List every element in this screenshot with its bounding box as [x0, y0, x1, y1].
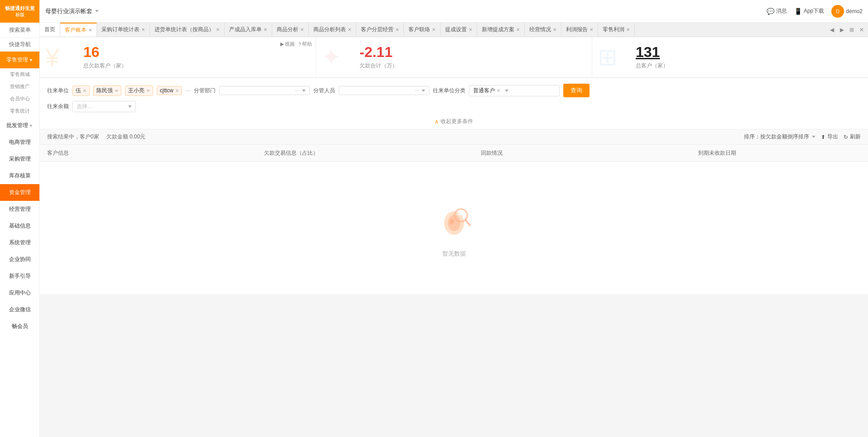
- sidebar-item-finance[interactable]: 资金管理: [0, 184, 39, 201]
- close-icon[interactable]: ✕: [469, 27, 472, 32]
- tabs-prev-btn[interactable]: ◀: [827, 25, 836, 34]
- remove-tag-wang[interactable]: ✕: [146, 88, 150, 93]
- tab-customer-contact[interactable]: 客户联络 ✕: [404, 23, 441, 37]
- close-icon[interactable]: ✕: [590, 27, 593, 32]
- help-btn[interactable]: ? 帮助: [298, 41, 312, 48]
- refresh-btn[interactable]: ↻ 刷新: [844, 133, 861, 141]
- filter-tag-wang[interactable]: 王小亮 ✕: [125, 86, 153, 96]
- tab-goods-analysis-list[interactable]: 商品分析列表 ✕: [309, 23, 356, 37]
- sidebar-item-quicknav[interactable]: 快捷导航: [0, 38, 39, 52]
- close-icon[interactable]: ✕: [553, 27, 556, 32]
- tab-add-commission-label: 新增提成方案: [482, 26, 514, 33]
- tab-customer-tiering-label: 客户分层经营: [361, 26, 393, 33]
- more-tags-btn[interactable]: ···: [186, 87, 190, 94]
- stat-value-customers: 16: [83, 44, 127, 60]
- person-filter-label: 分管人员: [313, 87, 335, 95]
- sidebar-item-collab[interactable]: 企业协同: [0, 251, 39, 268]
- svg-line-3: [465, 220, 470, 225]
- tab-goods-inbound[interactable]: 进货单统计表（按商品） ✕: [150, 23, 225, 37]
- sidebar-item-appcenter[interactable]: 应用中心: [0, 285, 39, 301]
- filter-tag-cjttcw[interactable]: cjttcw ✕: [157, 86, 182, 95]
- account-name: 母婴行业演示帐套: [45, 7, 92, 15]
- tab-retail-profit[interactable]: 零售利润 ✕: [598, 23, 635, 37]
- close-icon[interactable]: ✕: [626, 27, 630, 32]
- filter-tag-wu[interactable]: 伍 ✕: [72, 86, 90, 96]
- col-header-date: 到期未收款日期: [698, 149, 861, 157]
- sidebar-item-marketing[interactable]: 营销推广: [0, 81, 39, 93]
- stat-block-total: ⊞ 131 总客户（家）: [592, 37, 868, 77]
- refresh-icon: ↻: [844, 134, 848, 140]
- sidebar-item-member[interactable]: 畅会员: [0, 318, 39, 335]
- tab-commission-settings-label: 提成设置: [445, 26, 467, 33]
- tabs-expand-btn[interactable]: ⊞: [847, 25, 856, 34]
- remove-tag-cjttcw[interactable]: ✕: [175, 88, 179, 93]
- close-icon[interactable]: ✕: [348, 27, 351, 32]
- sidebar-item-purchase[interactable]: 采购管理: [0, 151, 39, 167]
- filter-row-1: 往来单位 伍 ✕ 陈民强 ✕ 王小亮 ✕ cjttcw ✕ ···: [47, 84, 861, 97]
- stat-info-total: 131 总客户（家）: [636, 44, 668, 70]
- user-profile[interactable]: D demo2: [831, 5, 863, 18]
- tab-commission-settings[interactable]: 提成设置 ✕: [441, 23, 477, 37]
- collapse-btn[interactable]: ∧ 收起更多条件: [47, 116, 861, 127]
- close-icon[interactable]: ✕: [141, 27, 145, 32]
- sidebar-item-inventory[interactable]: 库存核算: [0, 167, 39, 184]
- stat-help-area: ▶ 视频 ? 帮助: [280, 41, 312, 48]
- tab-home-label: 首页: [44, 26, 55, 33]
- dept-select[interactable]: ···: [219, 86, 310, 95]
- person-select-more: ···: [415, 88, 419, 93]
- tab-customer-ledger[interactable]: 客户账本 ✕: [60, 23, 97, 37]
- tab-home[interactable]: 首页: [40, 23, 60, 37]
- tab-goods-analysis[interactable]: 商品分析 ✕: [272, 23, 309, 37]
- sidebar-item-basicinfo[interactable]: 基础信息: [0, 218, 39, 234]
- person-select[interactable]: ···: [339, 86, 429, 95]
- remove-category-normal[interactable]: ✕: [497, 88, 500, 93]
- remove-tag-wu[interactable]: ✕: [83, 88, 86, 93]
- sidebar-item-wholesale[interactable]: 批发管理 ▼: [0, 117, 39, 134]
- sort-select[interactable]: 排序：按欠款金额倒序排序: [744, 133, 815, 141]
- sidebar-item-ecommerce[interactable]: 电商管理: [0, 134, 39, 151]
- sidebar-item-retail-mall[interactable]: 零售商城: [0, 68, 39, 81]
- tab-operations[interactable]: 经营情况 ✕: [525, 23, 561, 37]
- close-icon[interactable]: ✕: [216, 27, 220, 32]
- video-help-btn[interactable]: ▶ 视频: [280, 41, 295, 48]
- close-icon[interactable]: ✕: [88, 28, 92, 33]
- tab-customer-tiering[interactable]: 客户分层经营 ✕: [356, 23, 404, 37]
- export-btn[interactable]: ⬆ 导出: [821, 133, 838, 141]
- dept-filter-label: 分管部门: [194, 87, 216, 95]
- stat-info-debt: -2.11 欠款合计（万）: [360, 44, 398, 70]
- query-button[interactable]: 查询: [563, 84, 590, 97]
- tab-purchase-order[interactable]: 采购订单统计表 ✕: [97, 23, 150, 37]
- message-btn[interactable]: 💬 消息: [767, 7, 787, 15]
- category-filter-label: 往来单位分类: [433, 87, 465, 95]
- tab-profit-report[interactable]: 利润报告 ✕: [561, 23, 598, 37]
- tabs-next-btn[interactable]: ▶: [837, 25, 846, 34]
- tab-product-inbound[interactable]: 产成品入库单 ✕: [225, 23, 272, 37]
- stat-block-debt: ✦ -2.11 欠款合计（万）: [316, 37, 592, 77]
- yuan-bg-icon: ¥: [45, 43, 59, 72]
- category-select[interactable]: 普通客户 ✕: [469, 85, 560, 96]
- sidebar-item-retail[interactable]: 零售管理 ▼: [0, 52, 39, 68]
- account-selector[interactable]: 母婴行业演示帐套: [45, 7, 99, 15]
- close-icon[interactable]: ✕: [395, 27, 399, 32]
- message-icon: 💬: [767, 8, 774, 15]
- tab-add-commission[interactable]: 新增提成方案 ✕: [477, 23, 525, 37]
- balance-select[interactable]: 选择...: [72, 101, 136, 112]
- close-icon[interactable]: ✕: [432, 27, 436, 32]
- filter-tag-chen[interactable]: 陈民强 ✕: [93, 86, 121, 96]
- tabs-close-all-btn[interactable]: ✕: [857, 25, 866, 34]
- sidebar-item-search[interactable]: 搜索菜单: [0, 23, 39, 38]
- close-icon[interactable]: ✕: [300, 27, 304, 32]
- table-container: 客户信息 欠款交易信息（占比） 回款情况 到期未收款日期: [40, 145, 868, 294]
- sidebar-item-members[interactable]: 会员中心: [0, 93, 39, 105]
- close-icon[interactable]: ✕: [264, 27, 267, 32]
- tab-customer-contact-label: 客户联络: [408, 26, 430, 33]
- sidebar-item-operation[interactable]: 经营管理: [0, 201, 39, 218]
- sidebar-item-wechat[interactable]: 企业微信: [0, 301, 39, 318]
- category-tag-normal[interactable]: 普通客户 ✕: [473, 87, 502, 95]
- remove-tag-chen[interactable]: ✕: [115, 88, 118, 93]
- close-icon[interactable]: ✕: [516, 27, 520, 32]
- sidebar-item-newguide[interactable]: 新手引导: [0, 268, 39, 285]
- sidebar-item-retail-stats[interactable]: 零售统计: [0, 105, 39, 117]
- app-download-btn[interactable]: 📱 App下载: [794, 7, 824, 15]
- sidebar-item-system[interactable]: 系统管理: [0, 234, 39, 251]
